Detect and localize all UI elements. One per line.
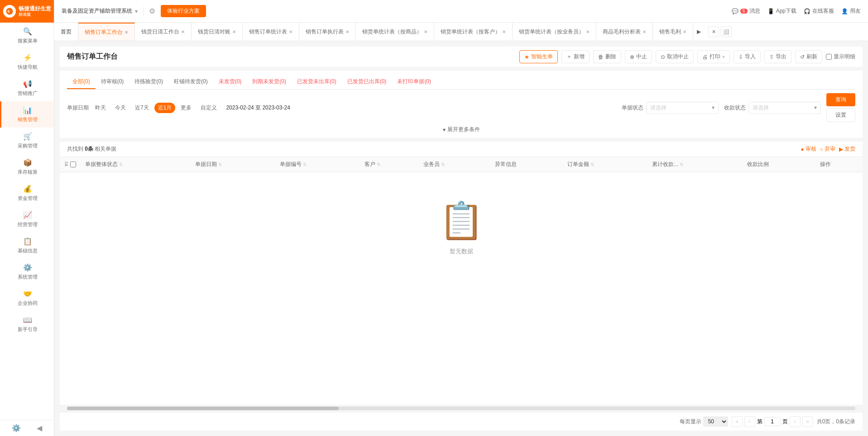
cancel-pause-button[interactable]: ⊙ 取消中止	[656, 50, 694, 63]
col-6[interactable]: 订单金额⇅	[563, 157, 647, 172]
tab-close-7[interactable]: ✕	[502, 29, 506, 34]
query-button[interactable]: 查询	[826, 93, 855, 106]
sidebar-item-1[interactable]: ⚡ 快捷导航	[0, 49, 54, 75]
tab-close-10[interactable]: ✕	[683, 29, 686, 34]
sidebar-item-9[interactable]: ⚙️ 系统管理	[0, 259, 54, 285]
sidebar-item-7[interactable]: 📈 经营管理	[0, 206, 54, 232]
tab-5[interactable]: 销售订单执行表✕	[299, 23, 356, 41]
select-all-checkbox[interactable]	[70, 161, 76, 167]
table-toolbar: 共找到 0条 相关单据 ● 审核 ○ 弃审 ▶ 发货	[60, 142, 863, 157]
delete-button[interactable]: 🗑 删除	[593, 50, 621, 63]
import-button[interactable]: ⇩ 导入	[734, 50, 761, 63]
pause-button[interactable]: ⊗ 中止	[625, 50, 652, 63]
message-button[interactable]: 💬 6 消息	[732, 7, 760, 15]
filter-tab-7[interactable]: 已发货已出库(0)	[342, 75, 392, 89]
nav-label-1: 快捷导航	[18, 64, 38, 71]
sidebar-item-0[interactable]: 🔍 搜索菜单	[0, 23, 54, 49]
date-1month-btn[interactable]: 近1月	[154, 103, 176, 113]
tab-3[interactable]: 钱货日清对账✕	[192, 23, 243, 41]
smart-create-button[interactable]: ★ 智能生单	[519, 50, 558, 63]
tab-close-1[interactable]: ✕	[125, 30, 128, 35]
tab-close-2[interactable]: ✕	[181, 29, 185, 34]
next-page-button[interactable]: ›	[790, 416, 801, 427]
sidebar-item-4[interactable]: 🛒 采购管理	[0, 128, 54, 154]
app-logo: 6 畅捷通好生意 标准版	[0, 0, 54, 23]
tab-close-6[interactable]: ✕	[424, 29, 427, 34]
sidebar-item-2[interactable]: 📢 营销推广	[0, 75, 54, 101]
settings-icon[interactable]: ⚙️	[12, 424, 21, 432]
date-yesterday-btn[interactable]: 昨天	[91, 103, 110, 113]
ship-button[interactable]: ▶ 发货	[839, 145, 855, 153]
add-button[interactable]: ＋ 新增	[561, 50, 590, 63]
col-4[interactable]: 业务员⇅	[419, 157, 490, 172]
tab-close-4[interactable]: ✕	[289, 29, 293, 34]
show-detail-checkbox[interactable]: 显示明细	[826, 53, 855, 61]
tab-0[interactable]: 首页	[54, 23, 78, 41]
filter-tab-1[interactable]: 待审核(0)	[96, 75, 129, 89]
tab-close-3[interactable]: ✕	[232, 29, 236, 34]
first-page-button[interactable]: «	[732, 416, 743, 427]
export-button[interactable]: ⇧ 导出	[764, 50, 791, 63]
print-button[interactable]: 🖨 打印 ▾	[697, 50, 730, 63]
date-options: 昨天 今天 近7天 近1月 更多 自定义	[91, 103, 221, 113]
nav-label-3: 销售管理	[18, 116, 38, 123]
date-7days-btn[interactable]: 近7天	[131, 103, 153, 113]
col-1[interactable]: 单据日期⇅	[191, 157, 275, 172]
status-select[interactable]: 请选择 ▾	[646, 102, 719, 114]
tab-close-8[interactable]: ✕	[586, 29, 590, 34]
tab-1[interactable]: 销售订单工作台✕	[78, 23, 135, 41]
filter-setting-button[interactable]: 设置	[826, 108, 855, 122]
tab-more-button[interactable]: ▶	[693, 23, 705, 41]
date-range-text: 2023-02-24 至 2023-03-24	[226, 104, 290, 112]
col-7[interactable]: 累计收款...⇅	[647, 157, 743, 172]
sidebar-item-8[interactable]: 📋 基础信息	[0, 232, 54, 259]
app-download-button[interactable]: 📱 App下载	[767, 7, 796, 15]
unapprove-button[interactable]: ○ 弃审	[820, 145, 835, 153]
page-size-select[interactable]: 50 10 20 100	[703, 417, 728, 427]
sidebar-item-5[interactable]: 📦 库存核算	[0, 154, 54, 180]
sidebar-item-3[interactable]: 📊 销售管理	[0, 101, 54, 128]
filter-tab-4[interactable]: 未发货(0)	[213, 75, 247, 89]
prev-page-button[interactable]: ‹	[744, 416, 755, 427]
filter-tab-0[interactable]: 全部(0)	[67, 75, 96, 89]
tab-9[interactable]: 商品毛利分析表✕	[596, 23, 653, 41]
tab-2[interactable]: 钱货日清工作台✕	[135, 23, 192, 41]
tab-7[interactable]: 销货单统计表（按客户）✕	[434, 23, 513, 41]
tab-close-all-button[interactable]: ✕	[708, 26, 719, 37]
date-today-btn[interactable]: 今天	[111, 103, 129, 113]
last-page-button[interactable]: »	[802, 416, 813, 427]
tab-6[interactable]: 销货单统计表（按商品）✕	[356, 23, 434, 41]
col-3[interactable]: 客户⇅	[360, 157, 419, 172]
sidebar-item-6[interactable]: 💰 资金管理	[0, 180, 54, 206]
user-menu-button[interactable]: 👤 用友	[841, 7, 861, 15]
filter-tab-5[interactable]: 到期未发货(0)	[247, 75, 292, 89]
sidebar-item-10[interactable]: 🤝 企业协同	[0, 285, 54, 311]
tab-close-5[interactable]: ✕	[345, 29, 349, 34]
date-custom-btn[interactable]: 自定义	[197, 103, 221, 113]
page-number-input[interactable]	[764, 417, 781, 426]
tab-10[interactable]: 销售毛利✕	[653, 23, 693, 41]
tab-maximize-button[interactable]: ⬜	[721, 26, 732, 37]
col-0[interactable]: 单据整体状态⇅	[81, 157, 191, 172]
system-title[interactable]: 装备及固定资产辅助管理系统 ▾	[62, 7, 138, 15]
refresh-button[interactable]: ↺ 刷新	[795, 50, 822, 63]
filter-tab-6[interactable]: 已发货未出库(0)	[292, 75, 342, 89]
date-more-btn[interactable]: 更多	[177, 103, 195, 113]
online-service-button[interactable]: 🎧 在线客服	[804, 7, 834, 15]
filter-tab-3[interactable]: 旺铺待发货(0)	[168, 75, 213, 89]
filter-tab-2[interactable]: 待拣验货(0)	[129, 75, 168, 89]
table-scrollbar[interactable]	[60, 405, 863, 412]
payment-select[interactable]: 请选择 ▾	[748, 102, 821, 114]
tab-close-9[interactable]: ✕	[643, 29, 646, 34]
detail-checkbox-input[interactable]	[826, 54, 832, 60]
approve-button[interactable]: ● 审核	[801, 145, 816, 153]
col-2[interactable]: 单据编号⇅	[275, 157, 360, 172]
sidebar-item-11[interactable]: 📖 新手引导	[0, 311, 54, 337]
industry-solution-button[interactable]: 体验行业方案	[161, 5, 206, 17]
filter-tab-8[interactable]: 未打印单据(0)	[392, 75, 436, 89]
gear-icon[interactable]: ⚙	[149, 7, 155, 15]
collapse-icon[interactable]: ◀	[37, 424, 42, 432]
tab-8[interactable]: 销货单统计表（按业务员）✕	[513, 23, 596, 41]
expand-filter-button[interactable]: ▾ 展开更多条件	[67, 126, 855, 133]
tab-4[interactable]: 销售订单统计表✕	[243, 23, 299, 41]
